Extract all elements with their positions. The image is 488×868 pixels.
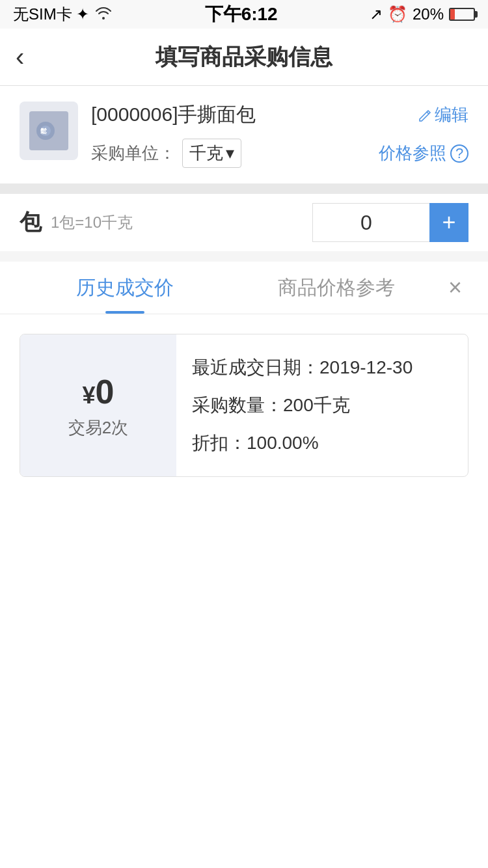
history-panel: 历史成交价 商品价格参考 × ¥0 交易2次 最近成交日期：2019-12-30… bbox=[0, 262, 488, 496]
product-name-row: [0000006]手撕面包 编辑 bbox=[91, 102, 468, 128]
history-left: ¥0 交易2次 bbox=[20, 334, 176, 476]
dropdown-arrow-icon: ▾ bbox=[226, 143, 234, 163]
discount-label: 折扣： bbox=[192, 433, 247, 453]
history-right: 最近成交日期：2019-12-30 采购数量：200千克 折扣：100.00% bbox=[176, 334, 468, 476]
status-bar: 无SIM卡 ✦ 下午6:12 ↗ ⏰ 20% bbox=[0, 0, 488, 29]
recent-date-value: 2019-12-30 bbox=[319, 357, 413, 377]
price-ref-label: 价格参照 bbox=[379, 142, 446, 165]
bottom-space bbox=[0, 496, 488, 868]
price-value: 0 bbox=[96, 373, 115, 411]
history-card: ¥0 交易2次 最近成交日期：2019-12-30 采购数量：200千克 折扣：… bbox=[20, 334, 468, 477]
status-left: 无SIM卡 ✦ bbox=[13, 4, 113, 25]
alarm-icon: ⏰ bbox=[388, 5, 407, 23]
purchase-qty-row: 采购数量：200千克 bbox=[192, 392, 452, 419]
help-icon: ? bbox=[450, 144, 468, 163]
product-full-name: [0000006]手撕面包 bbox=[91, 102, 256, 128]
discount-row: 折扣：100.00% bbox=[192, 429, 452, 457]
nav-bar: ‹ 填写商品采购信息 bbox=[0, 29, 488, 86]
product-details: [0000006]手撕面包 编辑 采购单位： 千克 ▾ bbox=[91, 102, 468, 168]
recent-date-row: 最近成交日期：2019-12-30 bbox=[192, 354, 452, 381]
svg-text:鬆: 鬆 bbox=[40, 128, 47, 135]
battery-percent: 20% bbox=[413, 5, 444, 23]
back-button[interactable]: ‹ bbox=[16, 42, 24, 72]
purchase-unit-row: 采购单位： 千克 ▾ 价格参照 ? bbox=[91, 139, 468, 168]
carrier-text: 无SIM卡 ✦ bbox=[13, 4, 89, 25]
purchase-qty-value: 200千克 bbox=[283, 395, 350, 415]
panel-tabs: 历史成交价 商品价格参考 × bbox=[0, 262, 488, 314]
quantity-input-group: + bbox=[312, 203, 468, 242]
price-ref-button[interactable]: 价格参照 ? bbox=[379, 142, 468, 165]
tab-product-price-ref[interactable]: 商品价格参考 bbox=[230, 262, 441, 314]
quantity-plus-button[interactable]: + bbox=[429, 203, 468, 242]
panel-close-button[interactable]: × bbox=[442, 274, 468, 301]
edit-button[interactable]: 编辑 bbox=[418, 103, 468, 126]
tab-history-price[interactable]: 历史成交价 bbox=[20, 262, 230, 314]
purchase-qty-label: 采购数量： bbox=[192, 395, 283, 415]
qty-conversion: 1包=10千克 bbox=[51, 212, 133, 233]
quantity-input[interactable] bbox=[312, 203, 429, 242]
status-time: 下午6:12 bbox=[205, 2, 278, 27]
purchase-unit-left: 采购单位： 千克 ▾ bbox=[91, 139, 241, 168]
battery-icon bbox=[449, 8, 475, 21]
history-price: ¥0 bbox=[83, 372, 115, 411]
status-right: ↗ ⏰ 20% bbox=[370, 5, 475, 23]
discount-value: 100.00% bbox=[247, 433, 319, 453]
quantity-section: 包 1包=10千克 + bbox=[0, 194, 488, 251]
unit-value: 千克 bbox=[189, 142, 223, 165]
location-icon: ↗ bbox=[370, 5, 383, 23]
product-section: 鬆 [0000006]手撕面包 编辑 采购单位： 千克 bbox=[0, 86, 488, 183]
product-row: 鬆 [0000006]手撕面包 编辑 采购单位： 千克 bbox=[20, 102, 468, 168]
currency-symbol: ¥ bbox=[83, 382, 96, 409]
history-content: ¥0 交易2次 最近成交日期：2019-12-30 采购数量：200千克 折扣：… bbox=[0, 314, 488, 496]
section-divider bbox=[0, 183, 488, 194]
history-trades: 交易2次 bbox=[68, 416, 128, 439]
quantity-label: 包 1包=10千克 bbox=[20, 208, 133, 237]
recent-date-label: 最近成交日期： bbox=[192, 357, 319, 377]
page-title: 填写商品采购信息 bbox=[156, 42, 332, 72]
unit-select[interactable]: 千克 ▾ bbox=[182, 139, 241, 168]
qty-unit-label: 包 bbox=[20, 208, 42, 237]
wifi-icon bbox=[94, 5, 113, 23]
purchase-unit-label: 采购单位： bbox=[91, 142, 176, 165]
product-thumbnail: 鬆 bbox=[20, 102, 78, 160]
product-thumb-icon: 鬆 bbox=[29, 111, 68, 150]
